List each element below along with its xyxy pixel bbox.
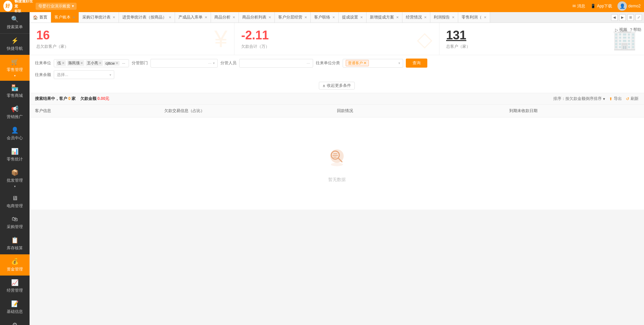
sidebar-item-system-mgmt[interactable]: ⚙ 系统管理: [0, 318, 30, 325]
help-icon: ?: [630, 28, 632, 32]
sidebar-item-retail-mall[interactable]: 🏪 零售商城: [0, 81, 30, 102]
tab-label: 首页: [39, 14, 47, 20]
tab-expand-button[interactable]: ⊞: [627, 14, 634, 21]
sidebar-item-label: 采购管理: [7, 224, 23, 230]
table-header: 客户信息 欠款交易信息（占比） 回款情况 到期未收款日期: [30, 105, 644, 117]
workspace-dropdown[interactable]: 母婴行业演示账套 ▾: [36, 3, 77, 10]
tab-scroll-left-button[interactable]: ◀: [611, 14, 618, 21]
sort-button[interactable]: 排序：按欠款金额倒序排序 ▾: [553, 96, 605, 102]
tab-business-situation[interactable]: 经营情况 ✕: [402, 12, 430, 23]
stats-row: ¥ 16 总欠款客户（家） ◇ -2.11 欠款合计（万） 🏢 131 总: [30, 23, 644, 55]
sidebar-item-search[interactable]: 🔍 搜索菜单: [0, 12, 30, 34]
tab-new-promotion-plan[interactable]: 新增提成方案 ✕: [367, 12, 402, 23]
tab-close-icon[interactable]: ✕: [205, 15, 207, 19]
tab-customer-tier[interactable]: 客户分层经营 ✕: [275, 12, 311, 23]
tab-scroll-right-button[interactable]: ▶: [619, 14, 626, 21]
category-select[interactable]: 普通客户 ✕ ▾: [343, 59, 403, 68]
unit-tag-chen[interactable]: 陈民强 ✕: [67, 60, 84, 66]
sidebar-item-inventory[interactable]: 📋 库存核算: [0, 233, 30, 254]
tab-fullscreen-button[interactable]: ⤢: [635, 14, 642, 21]
unit-tag-close-chen[interactable]: ✕: [80, 61, 83, 65]
unit-tag-wang[interactable]: 王小亮 ✕: [86, 60, 103, 66]
sidebar-item-member-center[interactable]: 👤 会员中心: [0, 123, 30, 144]
results-prefix: 搜索结果中，客户: [35, 96, 67, 101]
unit-tag-label: 王小亮: [87, 61, 98, 66]
tab-close-icon[interactable]: ✕: [484, 15, 486, 19]
stat-card-customers: ¥ 16 总欠款客户（家）: [30, 23, 234, 55]
tab-purchase-stats[interactable]: 采购订单统计表 ✕: [79, 12, 119, 23]
tab-close-icon[interactable]: ✕: [452, 15, 455, 19]
message-button[interactable]: ✉ 消息: [572, 3, 585, 9]
tab-profit-report[interactable]: 利润报告 ✕: [430, 12, 458, 23]
category-tag-selected[interactable]: 普通客户 ✕: [346, 60, 369, 66]
tab-close-icon[interactable]: ✕: [169, 15, 171, 19]
tab-product-analysis[interactable]: 商品分析 ✕: [211, 12, 239, 23]
tab-label: 进货单统计表（按商品）: [122, 14, 167, 20]
app-download-label: App下载: [597, 3, 612, 9]
unit-tag-label: 陈民强: [69, 61, 80, 66]
tab-close-icon[interactable]: ✕: [304, 15, 307, 19]
sidebar-item-purchase-mgmt[interactable]: 🛍 采购管理: [0, 212, 30, 233]
tab-label: 零售利润（: [462, 14, 482, 20]
tab-bar-actions: ◀ ▶ ⊞ ⤢: [609, 14, 644, 21]
tab-close-icon[interactable]: ✕: [73, 15, 75, 19]
refresh-button[interactable]: ↺ 刷新: [626, 96, 639, 102]
chevron-down-icon: ▾: [14, 74, 16, 77]
results-debt-prefix: 欠款金额: [80, 96, 96, 101]
dept-select-dots: ···: [208, 61, 212, 66]
person-select[interactable]: ···: [239, 59, 313, 68]
sidebar-item-marketing[interactable]: 📢 营销推广: [0, 102, 30, 123]
sidebar-item-wholesale-mgmt[interactable]: 📦 批发管理 ▾: [0, 166, 30, 191]
tab-close-icon[interactable]: ✕: [113, 15, 115, 19]
svg-point-1: [331, 163, 343, 166]
balance-select[interactable]: 选择... ▾: [54, 70, 114, 79]
tab-close-icon[interactable]: ✕: [360, 15, 363, 19]
export-button[interactable]: ⬆ 导出: [609, 96, 622, 102]
help-label: 帮助: [633, 27, 641, 33]
help-button[interactable]: ? 帮助: [630, 27, 641, 33]
category-tag-close[interactable]: ✕: [363, 61, 367, 65]
sidebar-item-retail-mgmt[interactable]: 🛒 零售管理 ▾: [0, 55, 30, 81]
app-sub: 标版: [14, 9, 33, 13]
unit-tag-close-wang[interactable]: ✕: [99, 61, 101, 65]
more-icon: ···: [122, 61, 125, 65]
video-help-button[interactable]: ▷ 视频: [615, 27, 627, 33]
dept-select[interactable]: ··· ▾: [151, 59, 218, 68]
tab-promotion-settings[interactable]: 提成设置 ✕: [339, 12, 367, 23]
tab-customer-account[interactable]: 客户账本 ✕: [51, 12, 79, 23]
unit-tag-group[interactable]: 伍 ✕ 陈民强 ✕ 王小亮 ✕: [54, 59, 129, 67]
tab-close-icon[interactable]: ✕: [332, 15, 335, 19]
unit-tag-wu[interactable]: 伍 ✕: [56, 60, 66, 66]
sidebar-item-finance-mgmt[interactable]: 💰 资金管理: [0, 254, 30, 276]
unit-tag-more[interactable]: ···: [121, 61, 127, 66]
tab-customer-contact[interactable]: 客户联络 ✕: [311, 12, 339, 23]
query-button[interactable]: 查询: [406, 59, 427, 68]
sidebar-item-basic-info[interactable]: 📝 基础信息: [0, 297, 30, 318]
tab-stock-stats[interactable]: 进货单统计表（按商品） ✕: [119, 12, 175, 23]
sidebar-item-retail-stats[interactable]: 📊 零售统计: [0, 144, 30, 166]
tab-retail-profit[interactable]: 零售利润（ ✕: [458, 12, 490, 23]
tab-close-icon[interactable]: ✕: [424, 15, 427, 19]
stat-value-total: 131: [446, 28, 466, 42]
collapse-filter-button[interactable]: ∧ 收起更多条件: [319, 82, 355, 89]
tab-product-analysis-list[interactable]: 商品分析列表 ✕: [239, 12, 275, 23]
unit-tag-close-wu[interactable]: ✕: [62, 61, 65, 65]
tab-home[interactable]: 🏠 首页: [30, 12, 51, 23]
tab-label: 客户账本: [54, 14, 71, 20]
collapse-label: 收起更多条件: [327, 83, 351, 88]
sidebar-item-operations-mgmt[interactable]: 📈 经营管理: [0, 276, 30, 297]
tab-close-icon[interactable]: ✕: [396, 15, 399, 19]
unit-tag-cjttcw[interactable]: cjttcw ✕: [104, 61, 120, 66]
user-profile[interactable]: 👤 demo2: [617, 1, 641, 11]
table-col-customer: 客户信息: [35, 108, 164, 114]
table-col-debt: 欠款交易信息（占比）: [164, 108, 337, 114]
top-bar-right: ✉ 消息 📱 App下载 👤 demo2: [572, 1, 641, 11]
tab-product-stock-in[interactable]: 产成品入库单 ✕: [175, 12, 211, 23]
app-download-button[interactable]: 📱 App下载: [591, 3, 612, 9]
tab-close-icon[interactable]: ✕: [268, 15, 271, 19]
unit-tag-close-cjttcw[interactable]: ✕: [116, 61, 118, 65]
sidebar-item-label: 批发管理: [7, 178, 23, 183]
sidebar-item-quick-nav[interactable]: ⚡ 快捷导航: [0, 34, 30, 55]
tab-close-icon[interactable]: ✕: [232, 15, 235, 19]
sidebar-item-ecom-mgmt[interactable]: 🖥 电商管理: [0, 191, 30, 212]
